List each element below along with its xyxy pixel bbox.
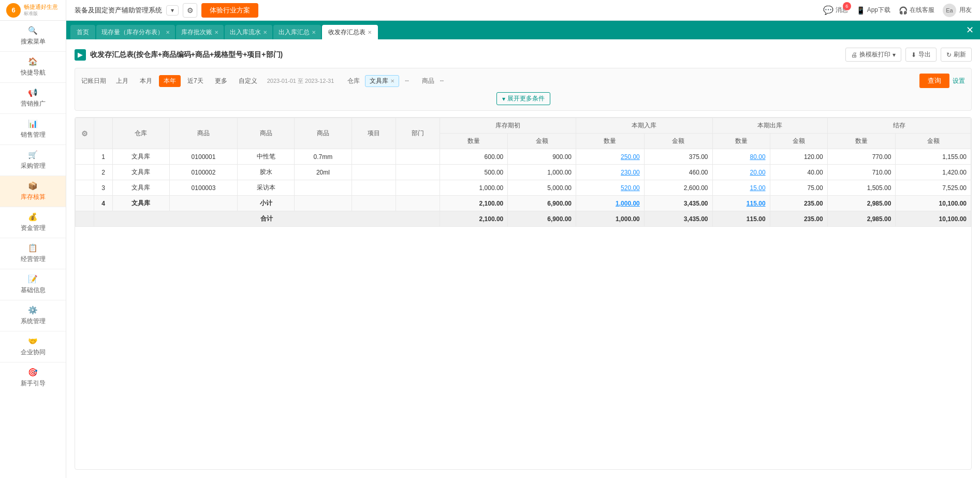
- row-out-qty[interactable]: 20.00: [712, 165, 770, 180]
- table-settings-icon[interactable]: ⚙: [81, 129, 88, 138]
- app-download-btn[interactable]: 📱 App下载: [856, 6, 890, 15]
- sidebar-item-search[interactable]: 🔍 搜索菜单: [0, 21, 66, 52]
- sidebar-item-enterprise[interactable]: 🤝 企业协同: [0, 331, 66, 363]
- tab-close-icon-active[interactable]: ✕: [368, 30, 372, 35]
- col-warehouse-header: 仓库: [113, 118, 170, 149]
- date-more-btn[interactable]: 更多: [210, 75, 232, 87]
- sidebar-item-system[interactable]: ⚙️ 系统管理: [0, 300, 66, 331]
- row-in-qty[interactable]: 520.00: [576, 180, 645, 196]
- expand-arrow[interactable]: ▶: [75, 49, 86, 61]
- date-last-month-btn[interactable]: 上月: [111, 75, 133, 87]
- system-selector[interactable]: ▾: [166, 5, 179, 16]
- sidebar-item-basic-info[interactable]: 📝 基础信息: [0, 269, 66, 300]
- warehouse-tag-close-icon[interactable]: ✕: [390, 78, 394, 84]
- export-btn[interactable]: ⬇ 导出: [905, 48, 937, 62]
- row-code: 0100002: [169, 165, 238, 180]
- tab-batch-ledger[interactable]: 库存批次账 ✕: [176, 25, 224, 39]
- tab-in-out-summary[interactable]: 出入库汇总 ✕: [273, 25, 321, 39]
- operations-icon: 📋: [28, 243, 38, 253]
- tab-in-out-flow[interactable]: 出入库流水 ✕: [225, 25, 272, 39]
- filter-row: 记账日期 上月 本月 本年 近7天 更多 自定义 2023-01-01 至 20…: [81, 74, 965, 88]
- date-this-year-btn[interactable]: 本年: [159, 75, 181, 87]
- warehouse-dots[interactable]: ···: [404, 76, 408, 85]
- sidebar-item-guide[interactable]: 🎯 新手引导: [0, 363, 66, 393]
- content-area: 首页 现存量（库存分布表） ✕ 库存批次账 ✕ 出入库流水 ✕ 出入库汇总 ✕ …: [66, 21, 980, 478]
- user-area[interactable]: Ea 用友: [943, 4, 972, 17]
- col-out-header: 本期出库: [712, 118, 827, 134]
- date-range-display: 2023-01-01 至 2023-12-31: [267, 77, 334, 85]
- sidebar-item-label: 新手引导: [21, 379, 46, 388]
- try-industry-btn[interactable]: 体验行业方案: [201, 3, 258, 18]
- row-spec: 0.7mm: [294, 149, 352, 165]
- row-out-qty[interactable]: 15.00: [712, 180, 770, 196]
- online-service-btn[interactable]: 🎧 在线客服: [899, 6, 934, 15]
- tab-home[interactable]: 首页: [70, 25, 95, 39]
- tab-close-icon[interactable]: ✕: [166, 30, 170, 35]
- sidebar-item-purchase[interactable]: 🛒 采购管理: [0, 145, 66, 176]
- query-btn[interactable]: 查询: [919, 74, 949, 88]
- row-warehouse: 文具库: [113, 165, 170, 180]
- purchase-icon: 🛒: [28, 150, 38, 160]
- user-label: 用友: [959, 6, 972, 15]
- home-icon: 🏠: [28, 57, 38, 66]
- message-btn[interactable]: 💬 6 消息: [823, 5, 848, 15]
- date-label: 记账日期: [81, 77, 106, 85]
- refresh-btn[interactable]: ↻ 刷新: [941, 48, 972, 62]
- sidebar-item-label: 企业协同: [21, 348, 46, 357]
- sidebar-item-finance[interactable]: 💰 资金管理: [0, 207, 66, 238]
- tab-close-icon[interactable]: ✕: [214, 30, 218, 35]
- product-dots[interactable]: ···: [440, 76, 443, 85]
- date-custom-btn[interactable]: 自定义: [234, 75, 262, 87]
- export-icon: ⬇: [911, 51, 916, 59]
- tab-inventory-dist[interactable]: 现存量（库存分布表） ✕: [96, 25, 175, 39]
- online-service-label: 在线客服: [910, 6, 934, 15]
- date-7days-btn[interactable]: 近7天: [183, 75, 208, 87]
- logo-text: 畅捷通好生意 标准版: [24, 3, 58, 17]
- tab-bar-close-btn[interactable]: ✕: [964, 24, 976, 36]
- total-bal-qty: 2,985.00: [827, 211, 896, 227]
- sidebar-item-label: 系统管理: [21, 317, 46, 326]
- enterprise-icon: 🤝: [28, 337, 38, 346]
- row-code: 0100003: [169, 180, 238, 196]
- gear-icon-btn[interactable]: ⚙: [183, 3, 197, 18]
- row-out-amt: 75.00: [770, 180, 827, 196]
- col-opening-header: 库存期初: [440, 118, 576, 134]
- col-balance-header: 结存: [827, 118, 971, 134]
- col-in-amt-header: 金额: [644, 134, 712, 149]
- table-row: 2 文具库 0100002 胶水 20ml 500.00 1,000.00 23…: [76, 165, 971, 180]
- sidebar-item-quick-nav[interactable]: 🏠 快捷导航: [0, 52, 66, 83]
- row-in-qty[interactable]: 1,000.00: [576, 196, 645, 211]
- tab-close-icon[interactable]: ✕: [263, 30, 267, 35]
- row-in-qty[interactable]: 230.00: [576, 165, 645, 180]
- sidebar-item-operations[interactable]: 📋 经营管理: [0, 238, 66, 269]
- warehouse-label: 仓库: [347, 77, 360, 85]
- total-no-cell: 合计: [94, 211, 440, 227]
- row-out-qty[interactable]: 80.00: [712, 149, 770, 165]
- sidebar-item-inventory[interactable]: 📦 库存核算: [0, 176, 66, 207]
- sales-icon: 📊: [28, 119, 38, 128]
- row-bal-qty: 1,505.00: [827, 180, 896, 196]
- warehouse-tag[interactable]: 文具库 ✕: [365, 75, 399, 87]
- print-icon: 🖨: [851, 51, 857, 59]
- row-code: [169, 196, 238, 211]
- row-in-qty[interactable]: 250.00: [576, 149, 645, 165]
- row-name: 采访本: [238, 180, 295, 196]
- tab-close-icon[interactable]: ✕: [312, 30, 316, 35]
- system-title-area: 装备及固定资产辅助管理系统 ▾ ⚙ 体验行业方案: [66, 3, 267, 18]
- tab-receive-send-summary[interactable]: 收发存汇总表 ✕: [322, 25, 378, 39]
- message-badge: 6: [843, 2, 851, 10]
- row-bal-qty: 770.00: [827, 149, 896, 165]
- export-label: 导出: [918, 50, 931, 59]
- row-dept: [396, 149, 440, 165]
- settings-link-btn[interactable]: 设置: [953, 74, 965, 88]
- finance-icon: 💰: [28, 212, 38, 222]
- tab-inventory-dist-label: 现存量（库存分布表）: [101, 28, 164, 37]
- sidebar-item-sales[interactable]: 📊 销售管理: [0, 114, 66, 145]
- expand-more-btn[interactable]: ▾ 展开更多条件: [496, 92, 550, 105]
- sidebar-item-marketing[interactable]: 📢 营销推广: [0, 83, 66, 114]
- row-open-qty: 600.00: [440, 149, 508, 165]
- template-print-btn[interactable]: 🖨 换模板打印 ▾: [845, 48, 901, 62]
- row-no: 4: [94, 196, 113, 211]
- date-this-month-btn[interactable]: 本月: [135, 75, 157, 87]
- row-out-qty[interactable]: 115.00: [712, 196, 770, 211]
